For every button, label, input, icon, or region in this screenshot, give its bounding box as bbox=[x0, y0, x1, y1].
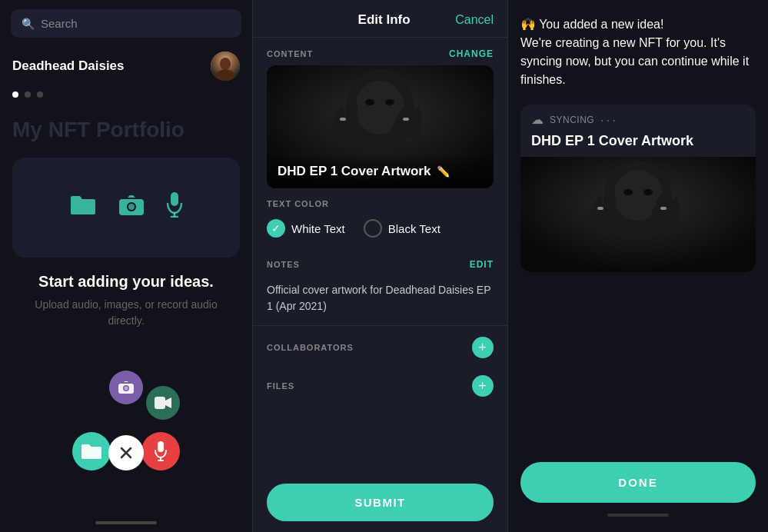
search-placeholder: Search bbox=[41, 17, 78, 30]
svg-rect-22 bbox=[403, 118, 409, 121]
svg-rect-13 bbox=[158, 441, 164, 452]
syncing-artwork-image bbox=[520, 157, 756, 272]
profile-name: Deadhead Daisies bbox=[12, 58, 125, 74]
dots-row bbox=[0, 88, 252, 110]
files-section-label: FILES + bbox=[253, 364, 507, 403]
text-color-section-label: TEXT COLOR bbox=[253, 188, 507, 214]
dot-2[interactable] bbox=[25, 91, 31, 98]
syncing-label: SYNCING bbox=[550, 115, 594, 125]
content-section-label: CONTENT CHANGE bbox=[253, 38, 507, 65]
syncing-dots: · · · bbox=[600, 114, 615, 126]
upload-box bbox=[12, 158, 240, 258]
svg-point-31 bbox=[643, 189, 653, 195]
collaborators-label: COLLABORATORS bbox=[267, 343, 354, 352]
camera-icon bbox=[118, 194, 145, 222]
bottom-bar-right bbox=[607, 514, 669, 517]
fab-video-button[interactable] bbox=[146, 386, 180, 420]
pencil-icon[interactable]: ✏️ bbox=[437, 165, 450, 178]
panel-right: 🙌 You added a new idea!We're creating a … bbox=[508, 0, 768, 532]
notes-section-label: NOTES EDIT bbox=[253, 248, 507, 276]
white-text-radio[interactable]: ✓ bbox=[267, 219, 285, 238]
fab-close-button[interactable] bbox=[108, 435, 144, 470]
files-label: FILES bbox=[267, 381, 294, 391]
cancel-button[interactable]: Cancel bbox=[455, 13, 494, 27]
done-button[interactable]: DONE bbox=[520, 462, 756, 503]
add-collaborator-button[interactable]: + bbox=[472, 337, 494, 358]
scrollable-content: CONTENT CHANGE bbox=[253, 38, 507, 473]
avatar[interactable] bbox=[211, 52, 240, 81]
black-text-option[interactable]: Black Text bbox=[364, 219, 441, 238]
text-color-group: ✓ White Text Black Text bbox=[253, 214, 507, 248]
notification-message: You added a new idea!We're creating a ne… bbox=[520, 18, 749, 86]
add-file-button[interactable]: + bbox=[472, 375, 494, 397]
artwork-title-overlay: DHD EP 1 Cover Artwork ✏️ bbox=[267, 155, 494, 188]
notification-text: 🙌 You added a new idea!We're creating a … bbox=[520, 15, 756, 89]
artwork-title: DHD EP 1 Cover Artwork ✏️ bbox=[278, 164, 483, 179]
svg-point-24 bbox=[385, 99, 394, 105]
start-title: Start adding your ideas. bbox=[0, 258, 252, 297]
svg-point-5 bbox=[128, 204, 135, 210]
svg-point-23 bbox=[365, 99, 374, 105]
svg-rect-29 bbox=[660, 207, 667, 210]
syncing-card: ☁ SYNCING · · · DHD EP 1 Cover Artwork bbox=[520, 105, 756, 272]
search-icon: 🔍 bbox=[22, 18, 35, 30]
syncing-artwork-title: DHD EP 1 Cover Artwork bbox=[520, 131, 756, 157]
svg-point-11 bbox=[125, 387, 128, 391]
svg-point-30 bbox=[623, 189, 633, 195]
dot-1[interactable] bbox=[12, 91, 18, 98]
white-text-option[interactable]: ✓ White Text bbox=[267, 219, 345, 238]
start-subtitle: Upload audio, images, or record audio di… bbox=[0, 297, 252, 329]
submit-button[interactable]: SUBMIT bbox=[267, 484, 494, 521]
panel-middle: Edit Info Cancel CONTENT CHANGE bbox=[252, 0, 508, 532]
notes-text: Official cover artwork for Deadhead Dais… bbox=[253, 276, 507, 326]
edit-notes-button[interactable]: EDIT bbox=[470, 259, 494, 270]
black-text-label: Black Text bbox=[388, 222, 441, 235]
black-text-radio[interactable] bbox=[364, 219, 382, 238]
artwork-card: DHD EP 1 Cover Artwork ✏️ bbox=[267, 65, 494, 188]
svg-rect-21 bbox=[340, 118, 346, 121]
dot-3[interactable] bbox=[37, 91, 43, 98]
check-icon: ✓ bbox=[271, 222, 281, 234]
cloud-icon: ☁ bbox=[531, 112, 544, 127]
mic-icon bbox=[166, 191, 183, 224]
edit-header: Edit Info Cancel bbox=[253, 0, 507, 38]
svg-rect-12 bbox=[155, 397, 165, 409]
portfolio-title: My NFT Portfolio bbox=[0, 110, 252, 158]
profile-row: Deadhead Daisies bbox=[0, 47, 252, 88]
change-button[interactable]: CHANGE bbox=[449, 48, 494, 59]
fab-folder-button[interactable] bbox=[72, 432, 111, 470]
syncing-header: ☁ SYNCING · · · bbox=[520, 105, 756, 131]
svg-point-1 bbox=[220, 58, 231, 70]
svg-rect-28 bbox=[597, 207, 603, 210]
fab-cluster bbox=[65, 363, 188, 486]
edit-info-title: Edit Info bbox=[313, 12, 455, 28]
content-label: CONTENT bbox=[267, 49, 313, 58]
notes-label: NOTES bbox=[267, 260, 300, 269]
text-color-label: TEXT COLOR bbox=[267, 199, 329, 208]
search-bar[interactable]: 🔍 Search bbox=[11, 9, 241, 38]
white-text-label: White Text bbox=[291, 222, 345, 235]
svg-rect-6 bbox=[171, 192, 178, 206]
bottom-bar-left bbox=[95, 521, 157, 524]
collaborators-section-label: COLLABORATORS + bbox=[253, 326, 507, 364]
folder-icon bbox=[69, 193, 97, 222]
fab-mic-button[interactable] bbox=[141, 432, 180, 470]
panel-left: 🔍 Search Deadhead Daisies bbox=[0, 0, 252, 532]
fab-camera-button[interactable] bbox=[109, 371, 143, 404]
notification-emoji: 🙌 bbox=[520, 18, 536, 31]
